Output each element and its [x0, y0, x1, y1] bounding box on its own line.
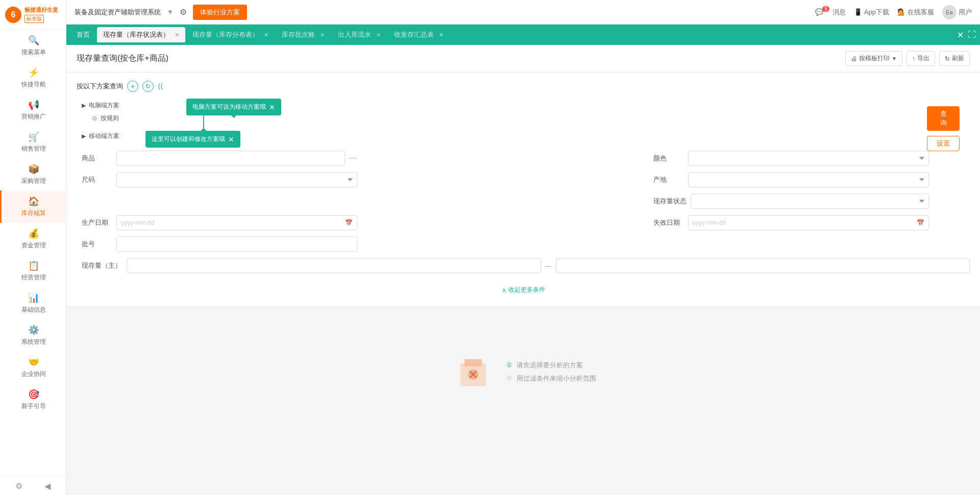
expire-date-calendar-icon[interactable]: 📅 [917, 219, 924, 226]
tab-end-icons: ✕ ⛶ [957, 30, 976, 40]
sidebar-item-purchase[interactable]: 📦 采购管理 [0, 158, 66, 191]
refresh-btn[interactable]: ↻ 刷新 [939, 51, 970, 66]
filter-row-batch: 批号 [82, 237, 357, 252]
origin-label: 产地 [653, 175, 684, 184]
notification-item[interactable]: 💬 9 消息 [815, 8, 846, 17]
marketing-icon: 📢 [28, 99, 39, 110]
tab-receive-summary-close[interactable]: ✕ [439, 32, 444, 38]
top-header: 装备及固定资产辅助管理系统 ▼ ⚙ 体验行业方案 💬 9 消息 📱 App下载 … [66, 0, 980, 25]
tab-inventory-dist-close[interactable]: ✕ [264, 32, 268, 38]
sidebar-item-system[interactable]: ⚙️ 系统管理 [0, 319, 66, 351]
app-download-label: App下载 [864, 8, 889, 17]
collab-icon: 🤝 [28, 357, 39, 368]
prod-date-label: 生产日期 [82, 218, 112, 227]
tab-inventory-status-close[interactable]: ✕ [175, 32, 179, 38]
filter-area: 按以下方案查询 + ↻ ⟨⟨ 电脑方案可设为移动方案哦 ✕ ▶ [66, 73, 980, 307]
quantity-row: 现存量（主） — [77, 258, 970, 273]
empty-state: ① 请先选择要分析的方案 ② 用过滤条件来缩小分析范围 [66, 307, 980, 436]
export-btn[interactable]: ↑ 导出 [906, 51, 935, 66]
tab-receive-summary[interactable]: 收发存汇总表 ✕ [388, 27, 450, 42]
app-download-item[interactable]: 📱 App下载 [854, 8, 889, 17]
size-select[interactable] [116, 172, 357, 187]
sidebar-item-sales[interactable]: 🛒 销售管理 [0, 126, 66, 158]
tab-expand-icon[interactable]: ⛶ [968, 30, 976, 40]
user-label: 用户 [959, 8, 972, 17]
tab-in-out-flow-close[interactable]: ✕ [376, 32, 381, 38]
step1-num: ① [506, 361, 512, 369]
filter-add-btn[interactable]: + [127, 81, 138, 92]
page-header: 现存量查询(按仓库+商品) 🖨 按模板打印 ▼ ↑ 导出 ↻ 刷新 [66, 45, 980, 73]
sidebar-item-search[interactable]: 🔍 搜索菜单 [0, 30, 66, 62]
empty-step2: ② 用过滤条件来缩小分析范围 [506, 372, 596, 385]
sidebar-item-marketing[interactable]: 📢 营销推广 [0, 94, 66, 126]
filter-row-origin: 产地 [653, 172, 929, 187]
tab-inventory-dist[interactable]: 现存量（库存分布表） ✕ [186, 27, 275, 42]
settings-icon[interactable]: ⚙ [180, 7, 187, 17]
collapse-label: 收起更多条件 [508, 286, 545, 294]
quantity-from-input[interactable] [127, 258, 541, 273]
trial-button[interactable]: 体验行业方案 [193, 5, 247, 20]
tab-home[interactable]: 首页 [70, 27, 96, 42]
filter-refresh-btn[interactable]: ↻ [142, 81, 154, 92]
batch-input[interactable] [116, 237, 357, 252]
sidebar-label-operations: 经营管理 [21, 273, 46, 282]
quick-nav-icon: ⚡ [28, 67, 39, 78]
tab-inventory-status[interactable]: 现存量（库存状况表） ✕ [97, 27, 185, 42]
collapse-bar[interactable]: ∧ 收起更多条件 [77, 281, 970, 298]
scheme-sub-icon: ⚙ [92, 115, 97, 122]
tab-close-all-icon[interactable]: ✕ [957, 30, 964, 40]
origin-select[interactable] [688, 172, 929, 187]
expire-date-placeholder: yyyy-mm-dd [693, 219, 726, 226]
content-area: 现存量查询(按仓库+商品) 🖨 按模板打印 ▼ ↑ 导出 ↻ 刷新 [66, 45, 980, 495]
sidebar-item-collab[interactable]: 🤝 企业协同 [0, 351, 66, 384]
inv-status-select[interactable] [691, 194, 929, 209]
empty-illustration [450, 348, 496, 395]
sidebar-collapse-btn[interactable]: ◀ [44, 481, 51, 491]
print-label: 按模板打印 [859, 54, 890, 63]
quantity-separator: — [545, 262, 552, 270]
tooltip-scheme-close[interactable]: ✕ [269, 103, 275, 111]
user-item[interactable]: Ea 用户 [942, 5, 972, 19]
scheme-desktop-label: 电脑端方案 [89, 101, 119, 110]
sidebar-item-basic[interactable]: 📊 基础信息 [0, 287, 66, 319]
tab-batch-account-label: 库存批次账 [282, 30, 315, 39]
online-support-item[interactable]: 💁 在线客服 [897, 8, 934, 17]
tooltip-scheme-text: 电脑方案可设为移动方案哦 [192, 103, 266, 111]
sidebar-item-inventory[interactable]: 🏠 库存核算 [0, 191, 66, 223]
sidebar-footer: ⚙ ◀ [0, 477, 66, 495]
step2-num: ② [506, 374, 512, 382]
quantity-to-input[interactable] [556, 258, 970, 273]
tab-inventory-dist-label: 现存量（库存分布表） [192, 30, 259, 39]
tab-home-label: 首页 [77, 30, 90, 39]
batch-label: 批号 [82, 240, 112, 249]
sidebar-settings-btn[interactable]: ⚙ [15, 481, 22, 491]
expire-date-input[interactable]: yyyy-mm-dd 📅 [688, 215, 929, 230]
reset-button[interactable]: 设置 [927, 136, 960, 151]
prod-date-calendar-icon[interactable]: 📅 [345, 219, 353, 226]
tab-batch-account[interactable]: 库存批次账 ✕ [276, 27, 331, 42]
print-btn[interactable]: 🖨 按模板打印 ▼ [845, 51, 902, 66]
product-dots[interactable]: ⋯ [349, 154, 357, 162]
collapse-arrow-icon: ∧ [502, 287, 506, 294]
filter-actions: 查询 设置 [927, 106, 960, 151]
sidebar-item-guide[interactable]: 🎯 新手引导 [0, 384, 66, 416]
basic-icon: 📊 [28, 292, 39, 303]
sidebar-label-purchase: 采购管理 [21, 177, 46, 185]
filter-back-btn[interactable]: ⟨⟨ [158, 82, 163, 90]
step2-text: 用过滤条件来缩小分析范围 [517, 374, 596, 382]
sidebar-item-finance[interactable]: 💰 资金管理 [0, 223, 66, 255]
prod-date-input[interactable]: yyyy-mm-dd 📅 [116, 215, 357, 230]
quantity-label: 现存量（主） [82, 261, 122, 270]
tab-batch-account-close[interactable]: ✕ [320, 32, 325, 38]
header-right: 💬 9 消息 📱 App下载 💁 在线客服 Ea 用户 [815, 5, 972, 19]
search-icon: 🔍 [28, 35, 39, 46]
sidebar-item-quick-nav[interactable]: ⚡ 快捷导航 [0, 62, 66, 94]
tab-in-out-flow[interactable]: 出入库流水 ✕ [332, 27, 387, 42]
system-dropdown-arrow[interactable]: ▼ [167, 8, 174, 16]
tooltip-edit-close[interactable]: ✕ [228, 135, 234, 144]
query-button[interactable]: 查询 [927, 106, 960, 131]
tab-in-out-flow-label: 出入库流水 [338, 30, 371, 39]
sidebar-item-operations[interactable]: 📋 经营管理 [0, 255, 66, 287]
color-select[interactable] [688, 151, 929, 166]
product-input[interactable] [116, 151, 345, 166]
